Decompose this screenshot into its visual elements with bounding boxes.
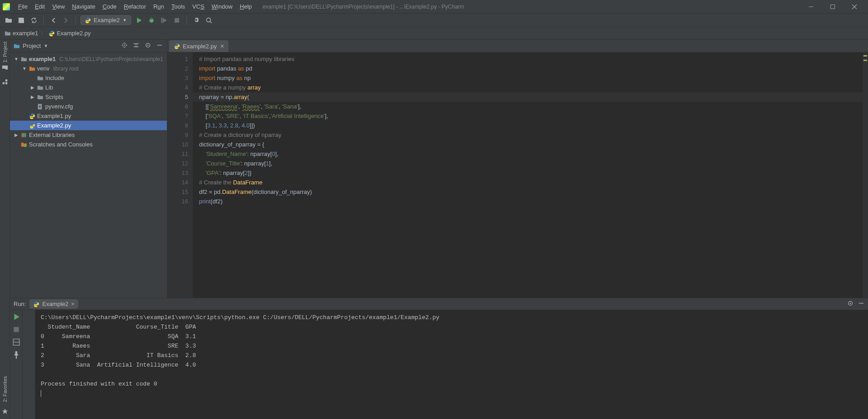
project-tool-window: Project ▼ ▼ example1 C:\Users\DELL\Pycha… xyxy=(10,40,167,298)
chevron-down-icon: ▼ xyxy=(123,18,127,23)
debug-button[interactable] xyxy=(147,15,157,25)
run-config-label: Example2 xyxy=(94,17,120,24)
svg-rect-38 xyxy=(14,327,19,332)
run-rerun-button[interactable] xyxy=(12,313,20,321)
svg-rect-11 xyxy=(175,18,179,23)
svg-point-19 xyxy=(124,45,125,46)
tree-root-path: C:\Users\DELL\PycharmProjects\example1 xyxy=(59,56,163,62)
breadcrumb-file-label: Example2.py xyxy=(57,30,90,37)
run-pin-button[interactable] xyxy=(12,351,20,359)
save-all-button[interactable] xyxy=(16,15,26,25)
sidebar-tab-favorites[interactable]: 2: Favorites xyxy=(2,376,8,402)
tree-node-external-libraries[interactable]: ▶ External Libraries xyxy=(10,130,167,140)
svg-point-34 xyxy=(24,145,26,147)
svg-rect-31 xyxy=(22,133,23,137)
sidebar-tab-project[interactable]: 1: Project xyxy=(2,42,8,71)
svg-rect-33 xyxy=(25,133,26,137)
window-minimize-button[interactable] xyxy=(808,4,819,9)
breadcrumb-project-label: example1 xyxy=(13,30,38,37)
sidebar-tab-project-label: 1: Project xyxy=(2,42,8,62)
app-icon xyxy=(3,3,10,10)
tree-node-example1py[interactable]: ▶ Example1.py xyxy=(10,111,167,121)
tree-venv-label: venv xyxy=(37,65,49,72)
nav-forward-button[interactable] xyxy=(61,15,71,25)
editor-error-stripe[interactable] xyxy=(863,52,868,298)
run-settings-button[interactable] xyxy=(847,300,854,308)
tree-node-include[interactable]: ▶ Include xyxy=(10,73,167,83)
project-hide-button[interactable] xyxy=(156,42,163,50)
svg-rect-32 xyxy=(23,133,24,137)
project-settings-button[interactable] xyxy=(144,42,152,50)
menu-code[interactable]: Code xyxy=(99,1,120,12)
editor-gutter[interactable]: 12345678910111213141516 xyxy=(167,52,193,298)
window-maximize-button[interactable] xyxy=(830,4,841,9)
tree-pyvenv-label: pyvenv.cfg xyxy=(45,103,73,110)
menu-file[interactable]: File xyxy=(14,1,31,12)
run-panel-label: Run: xyxy=(14,301,26,307)
tree-node-pyvenv[interactable]: ▶ pyvenv.cfg xyxy=(10,102,167,111)
run-console-output[interactable]: C:\Users\DELL\PycharmProjects\example1\v… xyxy=(35,310,868,419)
window-title: example1 [C:\Users\DELL\PycharmProjects\… xyxy=(263,4,465,10)
run-tab-example2[interactable]: Example2 × xyxy=(29,299,78,309)
tree-node-example2py[interactable]: ▶ Example2.py xyxy=(10,121,167,130)
run-coverage-button[interactable] xyxy=(159,15,169,25)
svg-rect-17 xyxy=(5,80,7,81)
tree-venv-hint: library root xyxy=(53,66,79,72)
breadcrumb-file[interactable]: Example2.py xyxy=(48,30,90,37)
svg-point-12 xyxy=(195,19,197,21)
tree-example2-label: Example2.py xyxy=(37,122,71,129)
tree-node-lib[interactable]: ▶ Lib xyxy=(10,83,167,92)
menu-window[interactable]: Window xyxy=(208,1,236,12)
chevron-down-icon: ▼ xyxy=(43,43,48,48)
run-button[interactable] xyxy=(134,15,144,25)
editor-code-area[interactable]: # Import pandas and numpy librariesimpor… xyxy=(193,52,868,298)
run-tool-window: Run: Example2 × C:\Users\DELL\PycharmPro… xyxy=(10,298,868,419)
run-tab-close-button[interactable]: × xyxy=(71,301,75,307)
editor-tab-close-button[interactable]: × xyxy=(220,42,224,50)
tree-root-name: example1 xyxy=(29,56,56,62)
project-collapse-button[interactable] xyxy=(133,42,140,50)
run-hide-button[interactable] xyxy=(858,300,864,308)
sync-button[interactable] xyxy=(29,15,39,25)
svg-point-4 xyxy=(150,19,153,23)
tree-node-venv[interactable]: ▼ venv library root xyxy=(10,64,167,73)
search-everywhere-button[interactable] xyxy=(204,15,214,25)
star-icon xyxy=(2,408,8,414)
tree-node-scripts[interactable]: ▶ Scripts xyxy=(10,92,167,102)
project-locate-button[interactable] xyxy=(121,42,128,50)
editor-tab-example2[interactable]: Example2.py × xyxy=(169,40,228,52)
editor-tab-label: Example2.py xyxy=(183,43,217,50)
settings-button[interactable] xyxy=(191,15,201,25)
menu-view[interactable]: View xyxy=(48,1,68,12)
svg-point-13 xyxy=(206,18,210,22)
run-layout-button[interactable] xyxy=(12,338,20,346)
sidebar-tab-structure[interactable] xyxy=(2,79,8,85)
svg-line-8 xyxy=(150,19,151,19)
tree-scratches-label: Scratches and Consoles xyxy=(29,141,93,148)
stop-button[interactable] xyxy=(172,15,182,25)
tree-node-scratches[interactable]: ▶ Scratches and Consoles xyxy=(10,140,167,149)
tree-lib-label: Lib xyxy=(45,84,53,91)
breadcrumb-project[interactable]: example1 xyxy=(5,30,38,37)
run-config-selector[interactable]: Example2 ▼ xyxy=(81,15,131,25)
svg-line-9 xyxy=(152,19,153,19)
svg-rect-15 xyxy=(5,82,7,84)
menu-help[interactable]: Help xyxy=(236,1,256,12)
run-stop-button[interactable] xyxy=(12,325,20,334)
menu-navigate[interactable]: Navigate xyxy=(68,1,99,12)
chevron-right-icon: 〉 xyxy=(41,30,46,37)
window-close-button[interactable] xyxy=(852,4,863,9)
menu-run[interactable]: Run xyxy=(150,1,168,12)
menu-vcs[interactable]: VCS xyxy=(189,1,208,12)
menu-edit[interactable]: Edit xyxy=(31,1,48,12)
project-panel-title: Project xyxy=(23,42,41,49)
open-file-button[interactable] xyxy=(4,15,14,25)
tree-node-project-root[interactable]: ▼ example1 C:\Users\DELL\PycharmProjects… xyxy=(10,54,167,64)
svg-line-14 xyxy=(210,21,212,23)
menu-refactor[interactable]: Refactor xyxy=(120,1,150,12)
nav-back-button[interactable] xyxy=(48,15,58,25)
editor-area: Example2.py × 12345678910111213141516 # … xyxy=(167,40,868,298)
menu-tools[interactable]: Tools xyxy=(168,1,189,12)
project-view-selector[interactable]: Project ▼ xyxy=(14,42,48,49)
run-tab-label: Example2 xyxy=(42,301,68,307)
